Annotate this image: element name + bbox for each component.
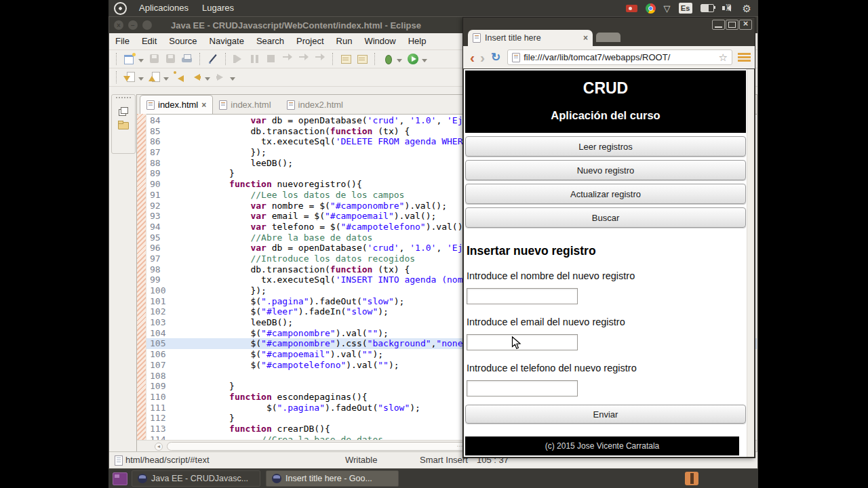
taskbar-tray-app-icon[interactable] bbox=[685, 472, 698, 485]
step-over-icon[interactable] bbox=[297, 52, 311, 66]
nav-button[interactable]: Nuevo registro bbox=[465, 160, 746, 180]
network-icon[interactable]: ▽ bbox=[664, 4, 671, 13]
line-number: 84 bbox=[146, 115, 171, 126]
previous-annotation-icon[interactable] bbox=[148, 70, 161, 84]
eclipse-menu-item[interactable]: Project bbox=[290, 33, 330, 49]
editor-tab-label: index.html bbox=[158, 100, 198, 110]
save-icon[interactable] bbox=[148, 52, 161, 66]
tab-close-icon[interactable]: × bbox=[583, 33, 588, 43]
browser-titlebar[interactable] bbox=[463, 18, 755, 29]
editor-tab-label: index2.html bbox=[298, 100, 343, 110]
editor-tab[interactable]: index2.html bbox=[281, 96, 353, 114]
link-editor-icon[interactable] bbox=[355, 52, 369, 66]
browser-close-icon[interactable] bbox=[739, 20, 752, 30]
new-dropdown-icon[interactable] bbox=[138, 59, 144, 65]
text-input[interactable] bbox=[467, 334, 578, 350]
run-icon[interactable] bbox=[406, 52, 420, 66]
line-number: 86 bbox=[146, 136, 171, 147]
line-number: 96 bbox=[146, 243, 171, 253]
line-number: 102 bbox=[146, 306, 171, 317]
back-icon[interactable]: ‹ bbox=[470, 51, 475, 64]
battery-icon[interactable] bbox=[701, 4, 714, 12]
taskbar-task[interactable]: Java EE - CRUDJavasc... bbox=[132, 470, 260, 487]
show-view-icon[interactable] bbox=[339, 52, 353, 66]
back-history-dropdown-icon[interactable] bbox=[205, 77, 210, 83]
step-into-icon[interactable] bbox=[281, 52, 294, 66]
browser-maximize-icon[interactable] bbox=[726, 20, 738, 30]
menu-hamburger-icon[interactable] bbox=[738, 53, 751, 62]
view-strip-handle[interactable] bbox=[116, 97, 131, 102]
line-number: 107 bbox=[146, 360, 171, 371]
debug-pause-icon[interactable] bbox=[248, 52, 262, 66]
browser-toolbar: ‹ › ↻ file:///var/lib/tomcat7/webapps/RO… bbox=[463, 46, 755, 68]
last-edit-location-icon[interactable] bbox=[173, 70, 186, 84]
screen-recorder-icon[interactable] bbox=[626, 5, 637, 12]
chrome-tray-icon[interactable] bbox=[646, 3, 656, 14]
url-text: file:///var/lib/tomcat7/webapps/ROOT/ bbox=[524, 52, 670, 62]
nav-button[interactable]: Leer registros bbox=[465, 136, 746, 157]
workspace-switcher[interactable] bbox=[113, 472, 127, 485]
debug-dropdown-icon[interactable] bbox=[397, 59, 402, 65]
project-explorer-icon[interactable] bbox=[118, 120, 129, 129]
annotation-pen-icon[interactable] bbox=[206, 52, 220, 66]
nav-buttons: Leer registrosNuevo registroActualizar r… bbox=[465, 136, 746, 228]
tab-close-icon[interactable]: × bbox=[201, 100, 206, 110]
forward-icon[interactable]: › bbox=[480, 51, 485, 64]
window-maximize-icon[interactable] bbox=[142, 20, 152, 30]
scroll-left-icon[interactable]: ◂ bbox=[155, 443, 163, 451]
menu-lugares[interactable]: Lugares bbox=[195, 0, 241, 16]
browser-tab[interactable]: Insert title here × bbox=[468, 30, 593, 46]
eclipse-menu-item[interactable]: Source bbox=[163, 33, 203, 49]
eclipse-menu-item[interactable]: Navigate bbox=[203, 33, 250, 49]
task-label: Java EE - CRUDJavasc... bbox=[151, 474, 248, 483]
forward-history-icon[interactable] bbox=[214, 70, 228, 84]
next-annotation-icon[interactable] bbox=[123, 70, 136, 84]
browser-scrollbar[interactable] bbox=[747, 69, 754, 457]
print-icon[interactable] bbox=[180, 52, 194, 66]
submit-button[interactable]: Enviar bbox=[465, 405, 746, 424]
step-return-icon[interactable] bbox=[313, 52, 327, 66]
debug-resume-icon[interactable] bbox=[232, 52, 245, 66]
previous-annotation-dropdown-icon[interactable] bbox=[163, 77, 169, 83]
eclipse-menu-item[interactable]: Run bbox=[330, 33, 359, 49]
editor-tab[interactable]: index.html × bbox=[140, 95, 213, 114]
eclipse-menu-item[interactable]: File bbox=[109, 33, 136, 49]
debug-stop-icon[interactable] bbox=[264, 52, 278, 66]
eclipse-menu-item[interactable]: Help bbox=[402, 33, 433, 49]
eclipse-menu-item[interactable]: Edit bbox=[136, 33, 163, 49]
volume-icon[interactable] bbox=[722, 3, 734, 13]
address-bar[interactable]: file:///var/lib/tomcat7/webapps/ROOT/ ☆ bbox=[507, 49, 732, 65]
session-gear-icon[interactable]: ⚙ bbox=[743, 3, 751, 14]
back-history-icon[interactable] bbox=[189, 70, 203, 84]
page-icon bbox=[473, 33, 481, 43]
debug-icon[interactable] bbox=[381, 52, 395, 66]
new-wizard-icon[interactable] bbox=[123, 52, 136, 66]
taskbar-tasks: Java EE - CRUDJavasc... Insert title her… bbox=[132, 470, 404, 487]
editor-tab[interactable]: index.html bbox=[213, 96, 280, 114]
nav-button[interactable]: Actualizar registro bbox=[465, 184, 746, 204]
restore-view-icon[interactable] bbox=[118, 106, 129, 116]
save-all-icon[interactable] bbox=[164, 52, 178, 66]
menu-aplicaciones[interactable]: Aplicaciones bbox=[132, 0, 195, 16]
text-input[interactable] bbox=[467, 288, 578, 304]
keyboard-layout-indicator[interactable]: Es bbox=[679, 3, 692, 14]
eclipse-menu-item[interactable]: Window bbox=[358, 33, 401, 49]
run-dropdown-icon[interactable] bbox=[422, 59, 427, 65]
reload-icon[interactable]: ↻ bbox=[491, 51, 500, 64]
ubuntu-logo-icon[interactable] bbox=[114, 2, 127, 15]
taskbar-task[interactable]: Insert title here - Goo... bbox=[266, 470, 399, 487]
forward-history-dropdown-icon[interactable] bbox=[230, 77, 235, 83]
page-subtitle: Aplicación del curso bbox=[465, 109, 746, 122]
field-label: Introduce el email del nuevo registro bbox=[467, 317, 746, 327]
nav-button[interactable]: Buscar bbox=[465, 207, 746, 228]
browser-minimize-icon[interactable] bbox=[712, 20, 725, 30]
bookmark-star-icon[interactable]: ☆ bbox=[719, 52, 728, 64]
form-field: Introduce el email del nuevo registro bbox=[465, 317, 746, 350]
eclipse-menu-item[interactable]: Search bbox=[250, 33, 290, 49]
next-annotation-dropdown-icon[interactable] bbox=[138, 77, 144, 83]
window-close-icon[interactable]: × bbox=[114, 20, 123, 30]
text-input[interactable] bbox=[467, 380, 578, 396]
window-minimize-icon[interactable]: − bbox=[128, 20, 138, 30]
line-number: 97 bbox=[146, 253, 171, 264]
new-tab-button[interactable] bbox=[596, 33, 620, 42]
